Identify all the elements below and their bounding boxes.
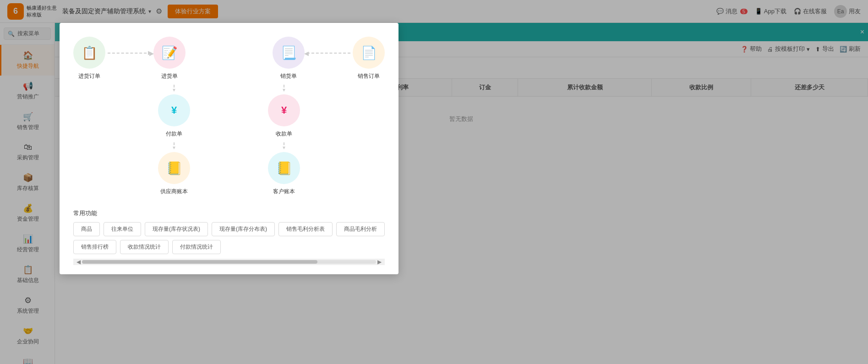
- arrow-purchase-order-to-bill: ▶: [105, 53, 153, 54]
- flow-row-3: 📒 供应商账本 📒 客户账本: [73, 152, 385, 196]
- payment-bill-down-arrow-2: ▼: [151, 142, 197, 150]
- purchase-order-circle[interactable]: 📋: [73, 37, 105, 69]
- flow-row-arrows: ▼ ▼: [73, 85, 385, 92]
- purchase-bill-node: 📝 进货单: [153, 37, 186, 80]
- func-btn-payment-stats[interactable]: 付款情况统计: [172, 240, 221, 254]
- common-funcs-section: 常用功能 商品 往来单位 现存量(库存状况表) 现存量(库存分布表) 销售毛利分…: [73, 209, 385, 254]
- flow-row-2: ¥ 付款单 ¥ 收款单: [73, 94, 385, 138]
- customer-ledger-label: 客户账本: [273, 188, 295, 196]
- sales-order-label: 销售订单: [358, 72, 380, 80]
- sales-order-node: 📄 销售订单: [353, 37, 385, 80]
- payment-bill-icon: ¥: [171, 104, 177, 116]
- payment-bill-node: ¥ 付款单: [151, 94, 197, 138]
- flow-modal: 📋 进货订单 ▶ 📝 进货: [60, 23, 399, 274]
- receipt-bill-node: ¥ 收款单: [261, 94, 307, 138]
- sales-order-icon: 📄: [361, 45, 377, 60]
- scroll-left-arrow[interactable]: ◀: [75, 259, 82, 265]
- bottom-scrollbar[interactable]: ◀ ▶: [73, 259, 385, 265]
- func-btn-product[interactable]: 商品: [73, 222, 100, 236]
- content-area: 首页 销售订单执行表 × × ❓ 帮助 🖨 按模板打印 ▾ ⬆ 导: [55, 23, 868, 364]
- supplier-ledger-label: 供应商账本: [160, 188, 188, 196]
- customer-ledger-circle[interactable]: 📒: [268, 152, 300, 184]
- purchase-bill-down-arrow: ▼: [151, 85, 197, 92]
- common-funcs-title: 常用功能: [73, 209, 385, 217]
- receipt-bill-circle[interactable]: ¥: [268, 94, 300, 126]
- flow-diagram: 📋 进货订单 ▶ 📝 进货: [73, 37, 385, 200]
- supplier-ledger-node: 📒 供应商账本: [151, 152, 197, 196]
- scroll-thumb: [82, 260, 317, 264]
- sales-bill-circle[interactable]: 📃: [273, 37, 305, 69]
- flow-row-arrows-2: ▼ ▼: [73, 142, 385, 150]
- customer-ledger-node: 📒 客户账本: [261, 152, 307, 196]
- purchase-order-node: 📋 进货订单: [73, 37, 105, 80]
- func-btn-stock-status[interactable]: 现存量(库存状况表): [145, 222, 208, 236]
- scroll-track[interactable]: [82, 260, 376, 264]
- func-btn-sales-rank[interactable]: 销售排行榜: [73, 240, 116, 254]
- sales-bill-label: 销货单: [280, 72, 297, 80]
- func-buttons-row-1: 商品 往来单位 现存量(库存状况表) 现存量(库存分布表) 销售毛利分析表 商品…: [73, 222, 385, 236]
- purchase-order-label: 进货订单: [78, 72, 100, 80]
- purchase-bill-label: 进货单: [161, 72, 178, 80]
- sales-order-circle[interactable]: 📄: [353, 37, 385, 69]
- supplier-ledger-icon: 📒: [166, 161, 182, 176]
- receipt-bill-label: 收款单: [276, 130, 292, 138]
- sales-bill-icon: 📃: [281, 45, 297, 60]
- sales-bill-down-arrow: ▼: [261, 85, 307, 92]
- flow-row-1: 📋 进货订单 ▶ 📝 进货: [73, 37, 385, 80]
- payment-bill-label: 付款单: [166, 130, 182, 138]
- scroll-right-arrow[interactable]: ▶: [376, 259, 383, 265]
- payment-bill-circle[interactable]: ¥: [158, 94, 190, 126]
- receipt-bill-down-arrow-2: ▼: [261, 142, 307, 150]
- arrow-sales-order-to-bill: ◀: [305, 53, 353, 54]
- func-buttons-row-2: 销售排行榜 收款情况统计 付款情况统计: [73, 240, 385, 254]
- func-btn-sales-margin[interactable]: 销售毛利分析表: [278, 222, 333, 236]
- main-layout: 🔍 搜索菜单 🏠 快捷导航 📢 营销推广 🛒 销售管理 🛍 采购管理 📦 库存核…: [0, 23, 868, 364]
- supplier-ledger-circle[interactable]: 📒: [158, 152, 190, 184]
- receipt-bill-icon: ¥: [281, 104, 287, 116]
- sales-bill-node: 📃 销货单: [273, 37, 305, 80]
- func-btn-counterpart[interactable]: 往来单位: [104, 222, 141, 236]
- purchase-bill-icon: 📝: [162, 45, 178, 60]
- func-btn-product-margin[interactable]: 商品毛利分析: [336, 222, 385, 236]
- func-btn-stock-dist[interactable]: 现存量(库存分布表): [212, 222, 275, 236]
- func-btn-receipt-stats[interactable]: 收款情况统计: [120, 240, 169, 254]
- purchase-bill-circle[interactable]: 📝: [153, 37, 186, 69]
- purchase-order-icon: 📋: [82, 45, 98, 60]
- customer-ledger-icon: 📒: [276, 161, 292, 176]
